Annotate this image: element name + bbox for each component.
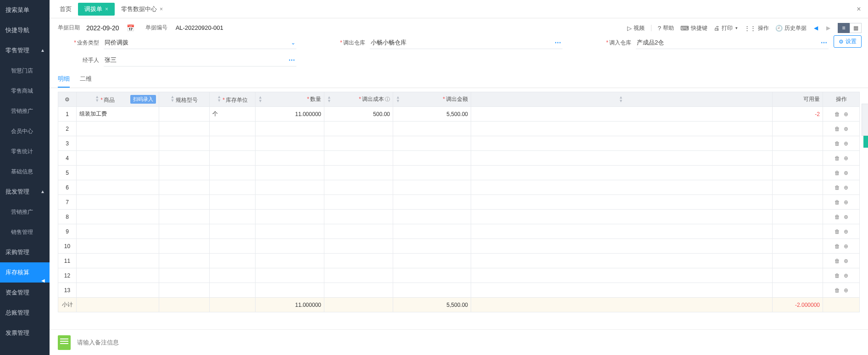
table-row[interactable]: 5 🗑⊕ [58,166,860,180]
table-row[interactable]: 1 组装加工费 个 11.000000 500.00 5,500.00 -2 🗑… [58,107,860,122]
add-row-icon[interactable]: ⊕ [844,258,848,264]
sidebar-inventory-costing[interactable]: 库存核算 ◀ [0,262,50,283]
col-avail[interactable]: 可用量 [773,92,823,107]
subtab-detail[interactable]: 明细 [58,75,70,88]
help-link[interactable]: ?帮助 [658,24,674,32]
delete-row-icon[interactable]: 🗑 [835,199,840,205]
view-list-button[interactable]: ≡ [838,23,850,33]
grid-settings-header[interactable]: ⚙ [58,92,77,107]
actions-button[interactable]: ⋮⋮操作 [744,24,769,32]
col-product[interactable]: ▲▼*商品扫码录入 [77,92,159,107]
delete-row-icon[interactable]: 🗑 [835,111,840,117]
table-row[interactable]: 8 🗑⊕ [58,210,860,224]
tab-home[interactable]: 首页 [53,3,78,16]
print-button[interactable]: 🖨打印▾ [714,24,738,32]
right-drawer-tab[interactable] [863,136,868,148]
remark-input[interactable] [77,339,860,346]
handler-select[interactable]: 张三 ⋯ [104,54,296,67]
add-row-icon[interactable]: ⊕ [844,126,848,132]
add-row-icon[interactable]: ⊕ [844,140,848,147]
add-row-icon[interactable]: ⊕ [844,199,848,205]
view-card-button[interactable]: ▦ [850,23,862,33]
in-warehouse-select[interactable]: 产成品2仓 ⋯ [636,36,829,49]
history-button[interactable]: 🕘历史单据 [775,24,807,32]
calendar-icon[interactable]: 📅 [127,24,134,32]
delete-row-icon[interactable]: 🗑 [835,140,840,147]
sidebar-quick-nav[interactable]: 快捷导航 [0,20,50,40]
sidebar-base-info[interactable]: 基础信息 [0,161,50,182]
col-qty[interactable]: ▲▼*数量 [256,92,324,107]
sidebar-marketing[interactable]: 营销推广 [0,101,50,121]
note-icon[interactable] [58,335,71,350]
sidebar-sales-mgmt[interactable]: 销售管理 [0,222,50,242]
col-amount[interactable]: ▲▼*调出金额 [393,92,471,107]
table-row[interactable]: 3 🗑⊕ [58,136,860,151]
col-cost[interactable]: ▲▼*调出成本ⓘ [324,92,393,107]
scan-entry-badge[interactable]: 扫码录入 [130,95,156,104]
prev-page-button[interactable]: ◀ [813,25,819,31]
delete-row-icon[interactable]: 🗑 [835,228,840,235]
tab-transfer-order[interactable]: 调拨单 × [78,3,115,16]
table-row[interactable]: 12 🗑⊕ [58,268,860,283]
sidebar-retail-mall[interactable]: 零售商城 [0,81,50,101]
out-warehouse-select[interactable]: 小畅小畅仓库 ⋯ [370,36,562,49]
add-row-icon[interactable]: ⊕ [844,170,848,176]
table-row[interactable]: 10 🗑⊕ [58,239,860,254]
sidebar-ledger-mgmt[interactable]: 总账管理 [0,303,50,323]
doc-date-value[interactable]: 2022-09-20 [86,24,119,32]
sidebar-retail-mgmt[interactable]: 零售管理 ▲ [0,40,50,61]
delete-row-icon[interactable]: 🗑 [835,272,840,279]
video-link[interactable]: ▷视频 [627,24,645,32]
delete-row-icon[interactable]: 🗑 [835,214,840,220]
add-row-icon[interactable]: ⊕ [844,155,848,161]
table-row[interactable]: 13 🗑⊕ [58,283,860,298]
table-row[interactable]: 7 🗑⊕ [58,195,860,210]
cell-cost[interactable]: 500.00 [324,107,393,122]
delete-row-icon[interactable]: 🗑 [835,170,840,176]
sidebar-retail-stats[interactable]: 零售统计 [0,141,50,161]
sidebar-wholesale-mgmt[interactable]: 批发管理 ▲ [0,182,50,202]
delete-row-icon[interactable]: 🗑 [835,287,840,294]
sidebar-member-center[interactable]: 会员中心 [0,121,50,141]
add-row-icon[interactable]: ⊕ [844,111,848,117]
sidebar-invoice-mgmt[interactable]: 发票管理 [0,323,50,343]
delete-row-icon[interactable]: 🗑 [835,155,840,161]
delete-row-icon[interactable]: 🗑 [835,243,840,250]
cell-qty[interactable]: 11.000000 [256,107,324,122]
sidebar-search-menu[interactable]: 搜索菜单 [0,0,50,20]
tabs-close-all[interactable]: × [854,5,863,14]
tab-retail-data-center[interactable]: 零售数据中心 × [115,3,169,16]
add-row-icon[interactable]: ⊕ [844,184,848,191]
table-row[interactable]: 2 🗑⊕ [58,122,860,136]
settings-button[interactable]: ⚙ 设置 [834,35,862,48]
col-unit[interactable]: ▲▼*库存单位 [210,92,256,107]
table-row[interactable]: 6 🗑⊕ [58,180,860,195]
add-row-icon[interactable]: ⊕ [844,243,848,250]
sidebar-smart-store[interactable]: 智慧门店 [0,61,50,81]
sidebar-fund-mgmt[interactable]: 资金管理 [0,283,50,303]
add-row-icon[interactable]: ⊕ [844,287,848,294]
table-row[interactable]: 4 🗑⊕ [58,151,860,166]
biz-type-select[interactable]: 同价调拨 ⌄ [104,36,296,49]
sidebar-marketing2[interactable]: 营销推广 [0,202,50,222]
delete-row-icon[interactable]: 🗑 [835,258,840,264]
delete-row-icon[interactable]: 🗑 [835,126,840,132]
next-page-button[interactable]: ▶ [825,25,831,31]
col-spec[interactable]: ▲▼规格型号 [159,92,210,107]
table-row[interactable]: 9 🗑⊕ [58,224,860,239]
add-row-icon[interactable]: ⊕ [844,228,848,235]
sidebar-purchase-mgmt[interactable]: 采购管理 [0,242,50,262]
cell-product[interactable]: 组装加工费 [77,107,159,122]
subtab-2d[interactable]: 二维 [80,75,92,88]
add-row-icon[interactable]: ⊕ [844,214,848,220]
close-icon[interactable]: × [160,3,163,16]
table-row[interactable]: 11 🗑⊕ [58,254,860,268]
hotkey-link[interactable]: ⌨快捷键 [680,24,707,32]
cell-amount[interactable]: 5,500.00 [393,107,471,122]
right-drawer-handle[interactable] [862,104,868,136]
cell-unit[interactable]: 个 [210,107,256,122]
delete-row-icon[interactable]: 🗑 [835,184,840,191]
add-row-icon[interactable]: ⊕ [844,272,848,279]
cell-spec[interactable] [159,107,210,122]
close-icon[interactable]: × [105,3,108,16]
